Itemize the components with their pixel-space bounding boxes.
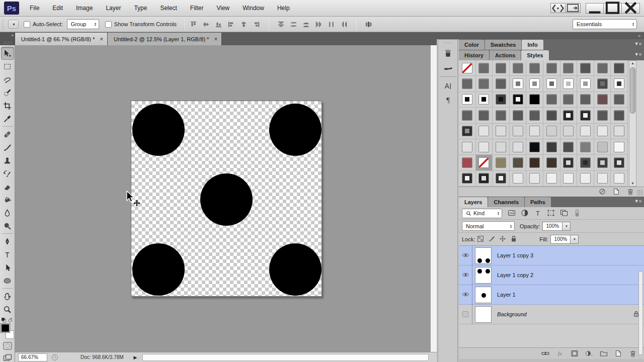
style-swatch[interactable] <box>476 171 493 187</box>
style-swatch[interactable] <box>560 139 578 155</box>
layer-row[interactable]: Layer 1 <box>459 285 644 305</box>
toolbar-header[interactable]: » <box>0 32 15 45</box>
style-swatch[interactable] <box>493 76 510 92</box>
panel-menu-icon[interactable]: ▼≡ <box>634 52 641 57</box>
brush-tool[interactable] <box>1 141 14 154</box>
document-area[interactable]: 66.67% Doc: 968.6K/3.78M ▶ <box>15 45 437 362</box>
style-swatch[interactable] <box>459 92 476 108</box>
horizontal-scrollbar[interactable] <box>142 354 429 361</box>
quick-selection-tool[interactable] <box>1 86 14 99</box>
style-swatch[interactable] <box>459 139 476 155</box>
style-swatch[interactable] <box>510 92 527 108</box>
style-swatch[interactable] <box>459 124 476 139</box>
history-brush-tool[interactable] <box>1 167 14 180</box>
style-swatch[interactable] <box>611 155 628 170</box>
panel-menu-icon[interactable]: ▼≡ <box>634 199 641 204</box>
menu-select[interactable]: Select <box>154 3 182 14</box>
path-selection-tool[interactable] <box>1 261 14 274</box>
delete-layer-button[interactable] <box>629 350 637 357</box>
workspace-switcher[interactable]: Essentials ▲▼ <box>573 19 637 29</box>
scrollbar-thumb[interactable] <box>630 67 635 114</box>
tab-close-icon[interactable]: × <box>214 36 217 43</box>
style-swatch[interactable] <box>560 92 578 108</box>
style-swatch[interactable] <box>510 124 527 139</box>
hand-tool[interactable] <box>1 290 14 303</box>
eraser-tool[interactable] <box>1 180 14 193</box>
paint-bucket-tool[interactable] <box>1 193 14 206</box>
align-top-edges-button[interactable] <box>189 20 198 29</box>
style-swatch[interactable] <box>577 155 594 170</box>
close-button[interactable] <box>622 3 640 14</box>
distribute-left-edges-button[interactable] <box>314 20 324 29</box>
show-transform-controls-checkbox[interactable] <box>105 21 112 28</box>
menu-filter[interactable]: Filter <box>185 3 209 14</box>
current-tool-preset[interactable]: ▼ <box>8 20 19 29</box>
distribute-top-edges-button[interactable] <box>277 20 286 29</box>
style-swatch[interactable] <box>560 155 578 170</box>
layer-name[interactable]: Layer 1 copy 3 <box>497 252 533 258</box>
style-swatch[interactable] <box>510 60 527 76</box>
style-swatch[interactable] <box>594 108 611 123</box>
visibility-cell[interactable] <box>459 285 472 305</box>
style-swatch[interactable] <box>510 155 527 170</box>
style-swatch[interactable] <box>560 60 578 76</box>
style-swatch[interactable] <box>476 60 493 76</box>
style-swatch[interactable] <box>594 76 611 92</box>
style-swatch[interactable] <box>526 60 543 76</box>
distribute-right-edges-button[interactable] <box>340 20 349 29</box>
align-horizontal-centers-button[interactable] <box>239 20 249 29</box>
style-swatch[interactable] <box>510 139 527 155</box>
new-layer-button[interactable] <box>614 350 622 357</box>
distribute-vertical-centers-button[interactable] <box>289 20 298 29</box>
align-bottom-edges-button[interactable] <box>214 20 223 29</box>
style-swatch[interactable] <box>611 139 628 155</box>
style-swatch[interactable] <box>577 92 594 108</box>
style-swatch[interactable] <box>543 124 560 139</box>
visibility-toggle-empty[interactable] <box>462 311 468 317</box>
layer-thumbnail[interactable] <box>475 247 492 264</box>
quick-mask-button[interactable] <box>3 342 12 350</box>
type-filter-button[interactable]: T <box>534 209 542 218</box>
spot-healing-brush-tool[interactable] <box>1 128 14 141</box>
layer-row[interactable]: Layer 1 copy 2 <box>459 265 644 285</box>
status-menu-arrow-icon[interactable]: ▶ <box>134 355 137 360</box>
visibility-cell[interactable] <box>459 305 472 324</box>
tab-layers[interactable]: Layers <box>459 197 488 207</box>
character-panel-icon[interactable]: A <box>440 79 456 93</box>
style-swatch[interactable] <box>611 92 628 108</box>
brush-presets-icon[interactable] <box>440 60 456 74</box>
swap-colors-icon[interactable] <box>8 318 13 322</box>
style-swatch[interactable] <box>543 139 560 155</box>
style-swatch[interactable] <box>577 108 594 123</box>
style-swatch[interactable] <box>493 92 510 108</box>
style-swatch[interactable] <box>493 155 510 170</box>
tab-history[interactable]: History <box>459 50 489 60</box>
canvas[interactable] <box>131 101 322 297</box>
tab-channels[interactable]: Channels <box>488 197 524 207</box>
style-swatch[interactable] <box>459 171 476 187</box>
style-swatch[interactable] <box>611 124 628 139</box>
clear-style-button[interactable] <box>599 188 606 196</box>
zoom-level-field[interactable]: 66.67% <box>18 353 47 361</box>
style-swatch[interactable] <box>577 60 594 76</box>
style-swatch[interactable] <box>611 108 628 123</box>
style-swatch[interactable] <box>526 171 543 187</box>
layers-scrollbar[interactable] <box>638 271 643 355</box>
opacity-value[interactable]: 100% <box>542 222 562 231</box>
style-swatch[interactable] <box>560 171 578 187</box>
lock-transparent-button[interactable] <box>477 235 484 243</box>
foreground-color-swatch[interactable] <box>1 324 10 332</box>
fill-dropdown-button[interactable]: ▼ <box>571 235 579 244</box>
expand-dock-icon[interactable]: » <box>638 34 640 38</box>
style-swatch[interactable] <box>476 155 493 170</box>
lock-position-button[interactable] <box>499 235 506 243</box>
link-layers-button[interactable] <box>541 350 549 357</box>
adjustment-layer-button[interactable] <box>585 350 593 357</box>
distribute-horizontal-centers-button[interactable] <box>327 20 336 29</box>
style-swatch[interactable] <box>560 124 578 139</box>
blur-tool[interactable] <box>1 206 14 219</box>
options-bar-grip[interactable] <box>2 18 5 30</box>
panel-resize-grip[interactable] <box>637 190 643 196</box>
fill-value[interactable]: 100% <box>550 235 571 244</box>
document-tab[interactable]: Untitled-2 @ 12.5% (Layer 1, RGB/8) * × <box>108 33 222 45</box>
